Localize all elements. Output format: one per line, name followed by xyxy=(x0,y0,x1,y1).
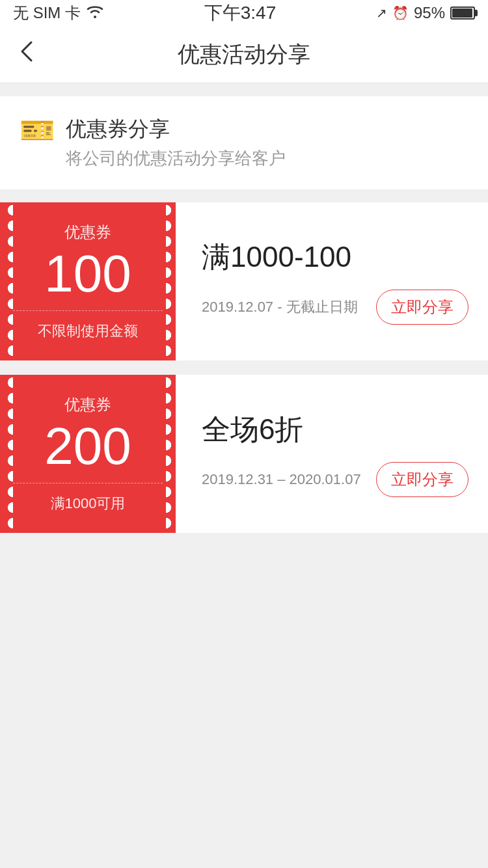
status-bar: 无 SIM 卡 下午3:47 ↗ ⏰ 95% xyxy=(0,0,488,26)
coupon-divider-2 xyxy=(13,483,163,483)
section-icon: 🎫 xyxy=(20,116,55,144)
coupon-left-1: 优惠券 100 不限制使用金额 xyxy=(0,202,176,360)
share-button-2[interactable]: 立即分享 xyxy=(376,462,468,497)
battery-icon xyxy=(450,7,475,20)
status-left: 无 SIM 卡 xyxy=(13,3,104,23)
status-time: 下午3:47 xyxy=(204,1,277,25)
coupon-right-1: 满1000-100 2019.12.07 - 无截止日期 立即分享 xyxy=(176,202,488,360)
share-button-1[interactable]: 立即分享 xyxy=(376,290,468,325)
back-button[interactable] xyxy=(20,40,34,69)
page-title: 优惠活动分享 xyxy=(178,40,310,70)
coupon-left-2: 优惠券 200 满1000可用 xyxy=(0,375,176,533)
battery-percent: 95% xyxy=(414,4,445,22)
coupon-name-1: 满1000-100 xyxy=(202,238,468,277)
coupon-amount-2: 200 xyxy=(44,420,131,472)
section-title: 优惠券分享 xyxy=(66,116,286,143)
coupon-date-2: 2019.12.31 – 2020.01.07 xyxy=(202,471,361,488)
bottom-fill xyxy=(0,534,488,860)
status-right: ↗ ⏰ 95% xyxy=(376,4,475,22)
separator-top xyxy=(0,83,488,96)
coupon-list: 优惠券 100 不限制使用金额 满1000-100 2019.12.07 - 无… xyxy=(0,202,488,534)
section-text: 优惠券分享 将公司的优惠活动分享给客户 xyxy=(66,116,286,170)
coupon-name-2: 全场6折 xyxy=(202,411,468,449)
location-icon: ↗ xyxy=(376,5,387,21)
carrier-text: 无 SIM 卡 xyxy=(13,3,81,23)
section-subtitle: 将公司的优惠活动分享给客户 xyxy=(66,147,286,170)
coupon-label-1: 优惠券 xyxy=(64,222,111,243)
section-header: 🎫 优惠券分享 将公司的优惠活动分享给客户 xyxy=(0,96,488,189)
coupon-meta-2: 2019.12.31 – 2020.01.07 立即分享 xyxy=(202,462,468,497)
coupon-divider-1 xyxy=(13,310,163,311)
coupon-gap xyxy=(0,362,488,375)
coupon-card-2: 优惠券 200 满1000可用 全场6折 2019.12.31 – 2020.0… xyxy=(0,375,488,533)
coupon-date-1: 2019.12.07 - 无截止日期 xyxy=(202,297,358,317)
coupon-card-1: 优惠券 100 不限制使用金额 满1000-100 2019.12.07 - 无… xyxy=(0,202,488,360)
coupon-amount-1: 100 xyxy=(44,248,131,300)
coupon-meta-1: 2019.12.07 - 无截止日期 立即分享 xyxy=(202,290,468,325)
coupon-condition-2: 满1000可用 xyxy=(51,494,126,513)
coupon-right-2: 全场6折 2019.12.31 – 2020.01.07 立即分享 xyxy=(176,375,488,533)
coupon-label-2: 优惠券 xyxy=(64,394,111,415)
wifi-icon xyxy=(86,4,104,22)
nav-bar: 优惠活动分享 xyxy=(0,26,488,83)
alarm-icon: ⏰ xyxy=(392,5,409,21)
coupon-condition-1: 不限制使用金额 xyxy=(38,321,138,341)
